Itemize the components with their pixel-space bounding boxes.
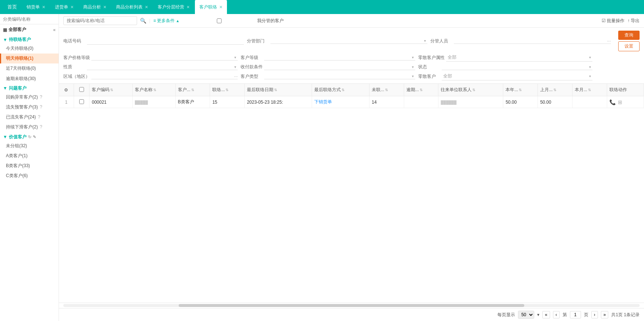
all-customers-header[interactable]: ▦ 全部客户 « bbox=[0, 24, 59, 35]
th-contact[interactable]: 联络... ⇅ bbox=[210, 84, 245, 96]
total-records-label: 共1页 1条记录 bbox=[611, 312, 640, 318]
sidebar-item-ungrouped[interactable]: 未分组(32) bbox=[0, 141, 59, 151]
row-checkbox[interactable] bbox=[79, 99, 84, 104]
sort-icon-contact: ⇅ bbox=[225, 88, 228, 92]
th-this-month[interactable]: 本月... ⇅ bbox=[572, 84, 607, 96]
nav-product-analysis[interactable]: 商品分析 ✕ bbox=[79, 0, 111, 14]
sidebar-group-pending-contact[interactable]: ▼ 待联络客户 bbox=[0, 35, 59, 44]
close-product-analysis-list-icon[interactable]: ✕ bbox=[145, 5, 148, 10]
contact-method-link[interactable]: 下销货单 bbox=[314, 99, 332, 104]
cell-last-contact-method[interactable]: 下销货单 bbox=[312, 96, 369, 108]
filter-settings-button[interactable]: 设置 bbox=[618, 41, 640, 51]
close-product-analysis-icon[interactable]: ✕ bbox=[103, 5, 106, 10]
collapse-icon[interactable]: « bbox=[53, 27, 56, 32]
filter-nature-select[interactable]: ▾ bbox=[87, 64, 238, 70]
th-unit-contact[interactable]: 往来单位联系人 ⇅ bbox=[438, 84, 503, 96]
filter-row-4: 区域（地区） ··· 客户类型 ▾ 零散客户 全部 ▾ bbox=[63, 72, 640, 80]
search-button[interactable]: 🔍 bbox=[140, 18, 146, 24]
edit-icon[interactable]: ✎ bbox=[33, 135, 36, 139]
refresh-icon[interactable]: ↻ bbox=[28, 135, 31, 139]
sidebar-item-repurchase-abnormal[interactable]: 回购异常客户(2) ? bbox=[0, 92, 59, 102]
close-purchase-icon[interactable]: ✕ bbox=[70, 5, 74, 10]
filter-customer-type-select[interactable]: ▾ bbox=[264, 73, 415, 79]
filter-price-level: 客户价格等级 ▾ bbox=[63, 55, 238, 61]
th-last-contact-method[interactable]: 最后联络方式 ⇅ bbox=[312, 84, 369, 96]
close-sales-icon[interactable]: ✕ bbox=[42, 5, 45, 10]
filter-customer-level-select[interactable]: ▾ bbox=[264, 55, 415, 61]
nav-product-analysis-list[interactable]: 商品分析列表 ✕ bbox=[112, 0, 153, 14]
th-uncontacted[interactable]: 未联... ⇅ bbox=[370, 84, 404, 96]
sidebar-item-lost[interactable]: 流失预警客户(3) ? bbox=[0, 102, 59, 112]
content-area: 🔍 | ≡ 更多条件 ▲ 我分管的客户 ☑ 批量操作 ↑ 导出 bbox=[59, 14, 644, 321]
my-customers-checkbox[interactable] bbox=[182, 18, 256, 23]
th-last-contact-date[interactable]: 最后联络日期 ⇅ bbox=[245, 84, 312, 96]
query-button[interactable]: 查询 bbox=[618, 31, 640, 40]
th-type[interactable]: 客户... ⇅ bbox=[175, 84, 210, 96]
filter-row-2: 客户价格等级 ▾ 客户等级 ▾ 零散客户属性 全部 bbox=[63, 54, 640, 62]
th-last-month[interactable]: 上月... ⇅ bbox=[538, 84, 573, 96]
th-this-year[interactable]: 本年... ⇅ bbox=[503, 84, 538, 96]
filter-price-level-select[interactable]: ▾ bbox=[91, 55, 238, 61]
sidebar-item-class-c[interactable]: C类客户(6) bbox=[0, 171, 59, 181]
select-all-checkbox[interactable] bbox=[79, 87, 84, 92]
export-button[interactable]: ↑ 导出 bbox=[627, 18, 640, 24]
help-icon-1[interactable]: ? bbox=[40, 94, 42, 100]
cell-checkbox[interactable] bbox=[74, 96, 90, 108]
page-number-input[interactable] bbox=[570, 311, 581, 318]
filter-retail-customer-select[interactable]: 全部 ▾ bbox=[442, 72, 592, 80]
filter-region-dots[interactable]: ··· bbox=[234, 74, 238, 79]
filter-person-dots[interactable]: ··· bbox=[607, 38, 611, 44]
more-filter-button[interactable]: ≡ 更多条件 ▲ bbox=[153, 18, 179, 24]
close-customer-contact-icon[interactable]: ✕ bbox=[219, 5, 223, 10]
close-customer-segment-icon[interactable]: ✕ bbox=[186, 5, 190, 10]
batch-operation-button[interactable]: ☑ 批量操作 bbox=[602, 18, 624, 24]
help-icon-2[interactable]: ? bbox=[40, 104, 42, 110]
search-input[interactable] bbox=[63, 16, 137, 25]
my-customers-checkbox-area: 我分管的客户 bbox=[182, 18, 284, 24]
filter-status-select[interactable]: ▾ bbox=[442, 64, 592, 70]
sort-icon-this-month: ⇅ bbox=[588, 88, 591, 92]
sidebar-group-problem[interactable]: ▼ 问题客户 bbox=[0, 84, 59, 92]
nav-purchase[interactable]: 进货单 ✕ bbox=[50, 0, 78, 14]
filter-phone-input[interactable] bbox=[87, 38, 244, 45]
settings-icon[interactable]: ⚙ bbox=[64, 87, 68, 93]
per-page-select[interactable]: 50 bbox=[518, 311, 534, 319]
scrollbar-track[interactable] bbox=[63, 304, 640, 307]
phone-icon[interactable]: 📞 bbox=[609, 99, 616, 105]
help-icon-4[interactable]: ? bbox=[40, 124, 42, 130]
sidebar-group-value[interactable]: ▼ 价值客户 ↻ ✎ bbox=[0, 132, 59, 141]
th-overdue[interactable]: 逾期... ⇅ bbox=[404, 84, 438, 96]
nav-sales[interactable]: 销货单 ✕ bbox=[22, 0, 50, 14]
nav-customer-contact[interactable]: 客户联络 ✕ bbox=[195, 0, 227, 14]
sidebar-item-class-a[interactable]: A类客户(1) bbox=[0, 151, 59, 161]
th-name[interactable]: 客户名称 ⇅ bbox=[132, 84, 175, 96]
scrollbar-thumb[interactable] bbox=[179, 304, 524, 307]
nav-customer-segment[interactable]: 客户分层经营 ✕ bbox=[153, 0, 194, 14]
filter-dept-select[interactable]: ▾ bbox=[270, 38, 427, 44]
next-page-button[interactable]: › bbox=[591, 311, 598, 318]
sidebar-item-class-b[interactable]: B类客户(33) bbox=[0, 161, 59, 171]
filter-retail-attr-select[interactable]: 全部 ▾ bbox=[446, 54, 592, 62]
sidebar-item-today[interactable]: 今天待联络(0) bbox=[0, 44, 59, 54]
filter-payment-select[interactable]: ▾ bbox=[264, 64, 415, 70]
help-icon-3[interactable]: ? bbox=[38, 114, 41, 120]
grid-action-icon[interactable]: ⊞ bbox=[618, 99, 622, 105]
th-checkbox[interactable] bbox=[74, 84, 90, 96]
th-settings[interactable]: ⚙ bbox=[59, 84, 74, 96]
nav-home[interactable]: 首页 bbox=[3, 0, 21, 14]
sidebar-item-overdue[interactable]: 逾期未联络(30) bbox=[0, 74, 59, 84]
sidebar-search-input[interactable] bbox=[3, 17, 58, 22]
th-code[interactable]: 客户编码 ⇅ bbox=[90, 84, 133, 96]
sidebar-item-churned[interactable]: 已流失客户(24) ? bbox=[0, 112, 59, 122]
last-page-button[interactable]: » bbox=[601, 311, 609, 318]
sidebar-item-week7[interactable]: 近7天待联络(0) bbox=[0, 63, 59, 73]
chevron-up-icon: ▲ bbox=[176, 19, 179, 23]
checkbox-icon: ☑ bbox=[602, 18, 606, 23]
first-page-button[interactable]: « bbox=[542, 311, 550, 318]
page-label: 第 bbox=[563, 312, 567, 318]
prev-page-button[interactable]: ‹ bbox=[553, 311, 560, 318]
sidebar-item-continuous-decline[interactable]: 持续下滑客户(2) ? bbox=[0, 122, 59, 132]
cell-unit-contact: ██████ bbox=[438, 96, 503, 108]
sidebar-item-tomorrow[interactable]: 明天待联络(1) bbox=[0, 54, 59, 63]
horizontal-scrollbar[interactable] bbox=[59, 303, 644, 308]
